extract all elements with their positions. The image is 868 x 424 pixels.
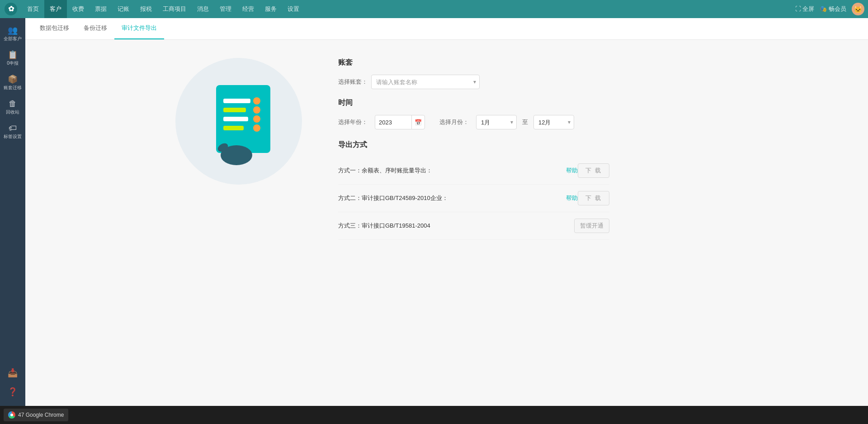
svg-text:✿: ✿ xyxy=(8,5,14,13)
taskbar: 47 Google Chrome xyxy=(0,406,868,424)
year-input[interactable] xyxy=(375,117,411,128)
tabs-bar: 数据包迁移备份迁移审计文件导出 xyxy=(25,18,868,40)
svg-rect-4 xyxy=(223,108,246,112)
content-area: 数据包迁移备份迁移审计文件导出 xyxy=(25,18,868,406)
nav-item-票据[interactable]: 票据 xyxy=(90,0,112,18)
sidebar: 👥 全部客户📋 0申报📦 账套迁移🗑 回收站🏷 标签设置📥❓ xyxy=(0,18,25,406)
illustration-circle xyxy=(175,58,302,185)
sidebar-label: 全部客户 xyxy=(4,36,22,42)
nav-item-工商项目[interactable]: 工商项目 xyxy=(157,0,192,18)
top-nav-right: ⛶ 全屏 🎭 畅会员 🐱 xyxy=(795,3,864,15)
from-month-select[interactable]: 1月2月3月4月5月6月7月8月9月10月11月12月 xyxy=(476,115,517,129)
method-label-method1: 方式一：余额表、序时账批量导出： xyxy=(338,167,564,175)
nav-item-首页[interactable]: 首页 xyxy=(22,0,44,18)
time-section: 时间 选择年份： 📅 选择月份： 1月2月3月4月5月6月7月8月9月10月11… xyxy=(338,98,609,129)
export-methods-title: 导出方式 xyxy=(338,140,609,150)
illustration-area xyxy=(175,58,302,185)
account-select[interactable]: 请输入账套名称 xyxy=(371,75,480,89)
help-link-method1[interactable]: 帮助 xyxy=(566,167,578,175)
tab-备份迁移[interactable]: 备份迁移 xyxy=(76,18,114,39)
nav-item-收费[interactable]: 收费 xyxy=(67,0,90,18)
avatar[interactable]: 🐱 xyxy=(852,3,864,15)
vip-btn[interactable]: 🎭 畅会员 xyxy=(820,5,846,13)
sidebar-item-标签设置[interactable]: 🏷 标签设置 xyxy=(0,119,25,144)
sidebar-icon: 👥 xyxy=(8,26,18,34)
account-select-label: 选择账套： xyxy=(338,78,368,86)
open-soon-btn-method3: 暂缓开通 xyxy=(574,219,609,233)
nav-item-记账[interactable]: 记账 xyxy=(112,0,135,18)
main-layout: 👥 全部客户📋 0申报📦 账套迁移🗑 回收站🏷 标签设置📥❓ 数据包迁移备份迁移… xyxy=(0,18,868,406)
account-section-title: 账套 xyxy=(338,58,609,67)
download-btn-method1[interactable]: 下 载 xyxy=(578,163,609,178)
export-method-row-method1: 方式一：余额表、序时账批量导出：帮助下 载 xyxy=(338,157,609,185)
sidebar-bottom-item[interactable]: 📥 xyxy=(0,364,25,381)
sidebar-label: 回收站 xyxy=(6,110,19,115)
sidebar-bottom-icon: ❓ xyxy=(8,388,18,396)
to-text: 至 xyxy=(520,118,530,126)
sidebar-bottom-icon: 📥 xyxy=(8,369,18,377)
download-btn-method2[interactable]: 下 载 xyxy=(578,191,609,205)
svg-rect-6 xyxy=(223,126,244,130)
svg-point-8 xyxy=(253,106,260,114)
export-container: 账套 选择账套： 请输入账套名称 时间 xyxy=(175,58,718,240)
svg-point-9 xyxy=(253,115,260,123)
account-form-row: 选择账套： 请输入账套名称 xyxy=(338,75,609,89)
sidebar-icon: 🏷 xyxy=(9,124,17,132)
form-area: 账套 选择账套： 请输入账套名称 时间 xyxy=(338,58,609,240)
account-select-wrapper[interactable]: 请输入账套名称 xyxy=(371,75,480,89)
year-label: 选择年份： xyxy=(338,118,368,126)
nav-item-经营[interactable]: 经营 xyxy=(237,0,259,18)
from-month-wrapper[interactable]: 1月2月3月4月5月6月7月8月9月10月11月12月 xyxy=(476,115,517,129)
month-label: 选择月份： xyxy=(439,118,469,126)
nav-item-消息[interactable]: 消息 xyxy=(192,0,214,18)
sidebar-bottom-item[interactable]: ❓ xyxy=(0,383,25,400)
calendar-icon[interactable]: 📅 xyxy=(411,115,425,129)
help-link-method2[interactable]: 帮助 xyxy=(566,194,578,202)
sidebar-item-回收站[interactable]: 🗑 回收站 xyxy=(0,95,25,119)
logo[interactable]: ✿ xyxy=(4,2,18,16)
taskbar-chrome-label: 47 Google Chrome xyxy=(18,412,64,418)
svg-rect-5 xyxy=(223,117,248,121)
method-label-method2: 方式二：审计接口GB/T24589-2010企业： xyxy=(338,194,564,202)
taskbar-chrome-item[interactable]: 47 Google Chrome xyxy=(4,409,68,421)
fullscreen-btn[interactable]: ⛶ 全屏 xyxy=(795,5,815,13)
nav-item-管理[interactable]: 管理 xyxy=(214,0,237,18)
tab-数据包迁移[interactable]: 数据包迁移 xyxy=(33,18,76,39)
sidebar-item-0申报[interactable]: 📋 0申报 xyxy=(0,46,25,71)
export-method-row-method2: 方式二：审计接口GB/T24589-2010企业：帮助下 载 xyxy=(338,185,609,212)
account-section: 账套 选择账套： 请输入账套名称 xyxy=(338,58,609,89)
svg-point-10 xyxy=(253,124,260,132)
year-field-wrapper[interactable]: 📅 xyxy=(375,115,425,129)
export-method-row-method3: 方式三：审计接口GB/T19581-2004暂缓开通 xyxy=(338,212,609,240)
sidebar-item-全部客户[interactable]: 👥 全部客户 xyxy=(0,22,25,46)
svg-point-7 xyxy=(253,97,260,105)
svg-rect-3 xyxy=(223,99,250,103)
sidebar-label: 标签设置 xyxy=(4,134,22,139)
sidebar-icon: 📦 xyxy=(8,75,18,83)
tab-审计文件导出[interactable]: 审计文件导出 xyxy=(114,18,164,39)
nav-item-服务[interactable]: 服务 xyxy=(259,0,282,18)
sidebar-icon: 🗑 xyxy=(9,100,17,108)
sidebar-label: 账套迁移 xyxy=(4,85,22,91)
top-nav: ✿ 首页客户收费票据记账报税工商项目消息管理经营服务设置 ⛶ 全屏 🎭 畅会员 … xyxy=(0,0,868,18)
time-form-row: 选择年份： 📅 选择月份： 1月2月3月4月5月6月7月8月9月10月11月12… xyxy=(338,115,609,129)
nav-item-报税[interactable]: 报税 xyxy=(135,0,157,18)
page-content: 账套 选择账套： 请输入账套名称 时间 xyxy=(25,40,868,406)
export-methods-list: 方式一：余额表、序时账批量导出：帮助下 载方式二：审计接口GB/T24589-2… xyxy=(338,157,609,240)
export-methods: 导出方式 方式一：余额表、序时账批量导出：帮助下 载方式二：审计接口GB/T24… xyxy=(338,140,609,240)
chrome-icon xyxy=(8,411,15,419)
time-section-title: 时间 xyxy=(338,98,609,108)
nav-item-设置[interactable]: 设置 xyxy=(282,0,305,18)
nav-item-客户[interactable]: 客户 xyxy=(44,0,67,18)
sidebar-icon: 📋 xyxy=(8,51,18,59)
sidebar-label: 0申报 xyxy=(7,61,19,66)
top-nav-menu: 首页客户收费票据记账报税工商项目消息管理经营服务设置 xyxy=(22,0,795,18)
illustration-svg xyxy=(193,71,284,171)
to-month-wrapper[interactable]: 1月2月3月4月5月6月7月8月9月10月11月12月 xyxy=(533,115,574,129)
sidebar-item-账套迁移[interactable]: 📦 账套迁移 xyxy=(0,71,25,95)
to-month-select[interactable]: 1月2月3月4月5月6月7月8月9月10月11月12月 xyxy=(533,115,574,129)
method-label-method3: 方式三：审计接口GB/T19581-2004 xyxy=(338,222,574,230)
